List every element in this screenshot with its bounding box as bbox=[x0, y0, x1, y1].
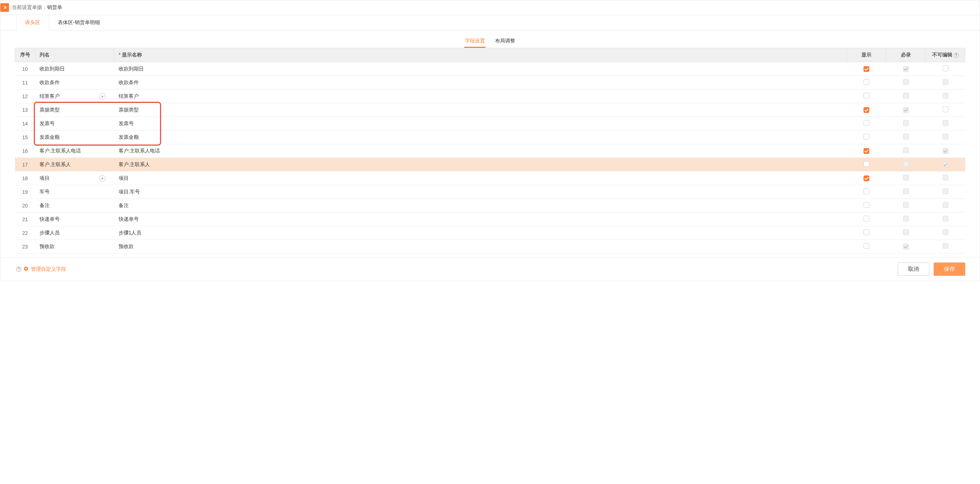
help-icon[interactable]: ? bbox=[954, 53, 959, 58]
cancel-button[interactable]: 取消 bbox=[898, 263, 929, 276]
config-panel: 当前设置单据： 销货单 表头区表体区-销货单明细 字段设置布局调整 序号 列名 … bbox=[0, 0, 980, 281]
footer-right: 取消 保存 bbox=[898, 263, 965, 276]
show-checkbox[interactable] bbox=[864, 134, 869, 140]
table-row: 11收款条件收款条件 bbox=[15, 76, 965, 89]
row-display-name[interactable]: 结算客户 bbox=[115, 89, 846, 103]
gear-icon bbox=[23, 266, 29, 272]
row-display-name[interactable]: 项目 bbox=[115, 172, 846, 185]
row-index: 13 bbox=[15, 103, 35, 117]
table-row: 13票据类型票据类型 bbox=[15, 103, 965, 117]
row-display-name[interactable]: 客户.主联系人 bbox=[115, 158, 846, 172]
table-row: 12结算客户+结算客户 bbox=[15, 89, 965, 103]
col-show-header: 显示 bbox=[846, 48, 886, 62]
table-row: 10收款到期日收款到期日 bbox=[15, 62, 965, 76]
chevron-right-icon bbox=[3, 5, 7, 10]
col-readonly-header: 不可编辑? bbox=[926, 48, 965, 62]
table-row: 22步骤人员步骤1人员 bbox=[15, 226, 965, 240]
header-value: 销货单 bbox=[47, 4, 62, 11]
add-icon[interactable]: + bbox=[99, 175, 106, 182]
row-display-name[interactable]: 项目.车号 bbox=[115, 185, 846, 199]
table-row: 18项目+项目 bbox=[15, 172, 965, 185]
show-checkbox[interactable] bbox=[864, 148, 869, 154]
readonly-checkbox bbox=[943, 79, 948, 85]
row-display-name[interactable]: 收款到期日 bbox=[115, 62, 846, 76]
row-column-name: 客户.主联系人 bbox=[35, 158, 115, 172]
field-table-body: 10收款到期日收款到期日11收款条件收款条件12结算客户+结算客户13票据类型票… bbox=[15, 62, 965, 253]
show-checkbox[interactable] bbox=[864, 79, 869, 85]
readonly-checkbox bbox=[943, 229, 948, 235]
row-display-name[interactable]: 收款条件 bbox=[115, 76, 846, 89]
row-column-name: 收款到期日 bbox=[35, 62, 115, 76]
show-checkbox[interactable] bbox=[864, 202, 869, 208]
show-checkbox[interactable] bbox=[864, 66, 869, 72]
col-display-header: *显示名称 bbox=[115, 48, 846, 62]
sub-tab[interactable]: 布局调整 bbox=[494, 36, 516, 48]
row-display-name[interactable]: 快递单号 bbox=[115, 213, 846, 226]
row-display-name[interactable]: 票据类型 bbox=[115, 103, 846, 117]
show-checkbox[interactable] bbox=[864, 216, 869, 221]
add-icon[interactable]: + bbox=[99, 93, 106, 100]
readonly-checkbox[interactable] bbox=[943, 65, 948, 71]
show-checkbox[interactable] bbox=[864, 229, 869, 235]
row-display-name[interactable]: 发票金额 bbox=[115, 131, 846, 144]
main-tab[interactable]: 表头区 bbox=[16, 15, 49, 30]
help-icon[interactable]: ? bbox=[16, 267, 21, 272]
col-idx-header: 序号 bbox=[15, 48, 35, 62]
show-checkbox[interactable] bbox=[864, 107, 869, 113]
table-row: 19车号项目.车号 bbox=[15, 185, 965, 199]
readonly-checkbox bbox=[943, 120, 948, 126]
row-column-name: 票据类型 bbox=[35, 103, 115, 117]
row-index: 20 bbox=[15, 199, 35, 213]
save-button[interactable]: 保存 bbox=[934, 263, 965, 276]
row-display-name[interactable]: 预收款 bbox=[115, 240, 846, 253]
readonly-checkbox bbox=[943, 202, 948, 208]
row-display-name[interactable]: 客户.主联系人电话 bbox=[115, 144, 846, 158]
required-checkbox bbox=[903, 120, 909, 126]
row-column-name: 快递单号 bbox=[35, 213, 115, 226]
table-row: 23预收款预收款 bbox=[15, 240, 965, 253]
row-column-name: 预收款 bbox=[35, 240, 115, 253]
required-checkbox bbox=[903, 202, 909, 208]
row-display-name[interactable]: 步骤1人员 bbox=[115, 226, 846, 240]
row-column-name: 发票号 bbox=[35, 117, 115, 131]
table-row: 17客户.主联系人客户.主联系人 bbox=[15, 158, 965, 172]
row-index: 22 bbox=[15, 226, 35, 240]
required-checkbox bbox=[903, 107, 909, 113]
required-checkbox bbox=[903, 66, 909, 72]
readonly-checkbox[interactable] bbox=[943, 107, 948, 112]
expand-toggle-button[interactable] bbox=[0, 3, 9, 12]
show-checkbox[interactable] bbox=[864, 175, 869, 181]
required-checkbox bbox=[903, 161, 909, 167]
row-display-name[interactable]: 发票号 bbox=[115, 117, 846, 131]
manage-custom-fields-link[interactable]: 管理自定义字段 bbox=[31, 266, 66, 272]
required-checkbox bbox=[903, 93, 909, 99]
readonly-checkbox bbox=[943, 162, 948, 167]
row-column-name: 车号 bbox=[35, 185, 115, 199]
readonly-checkbox bbox=[943, 175, 948, 180]
show-checkbox[interactable] bbox=[864, 188, 869, 194]
sub-tab[interactable]: 字段设置 bbox=[464, 36, 486, 48]
row-index: 10 bbox=[15, 62, 35, 76]
header-label: 当前设置单据： bbox=[12, 4, 47, 11]
required-checkbox bbox=[903, 216, 909, 221]
main-tabs: 表头区表体区-销货单明细 bbox=[0, 15, 980, 30]
table-row: 20备注备注 bbox=[15, 199, 965, 213]
readonly-checkbox bbox=[943, 216, 948, 221]
required-checkbox bbox=[903, 147, 909, 153]
main-tab[interactable]: 表体区-销货单明细 bbox=[49, 15, 108, 30]
row-index: 16 bbox=[15, 144, 35, 158]
show-checkbox[interactable] bbox=[864, 93, 869, 99]
readonly-checkbox bbox=[943, 93, 948, 99]
row-column-name: 备注 bbox=[35, 199, 115, 213]
row-index: 17 bbox=[15, 158, 35, 172]
required-checkbox bbox=[903, 244, 909, 250]
show-checkbox[interactable] bbox=[864, 161, 869, 167]
show-checkbox[interactable] bbox=[864, 243, 869, 249]
required-checkbox bbox=[903, 79, 909, 85]
row-column-name: 结算客户+ bbox=[35, 89, 115, 103]
required-star-icon: * bbox=[119, 52, 121, 57]
row-index: 18 bbox=[15, 172, 35, 185]
row-display-name[interactable]: 备注 bbox=[115, 199, 846, 213]
footer-left: ? 管理自定义字段 bbox=[15, 266, 66, 272]
show-checkbox[interactable] bbox=[864, 120, 869, 126]
